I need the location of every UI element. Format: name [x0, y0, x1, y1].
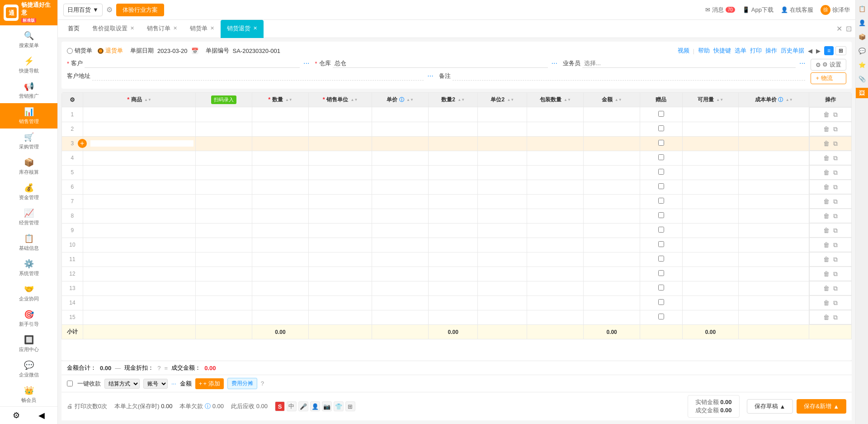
row-amount-cell[interactable] — [584, 136, 640, 151]
row-quantity-cell[interactable] — [252, 252, 309, 267]
row-product-cell[interactable] — [83, 151, 196, 165]
row-available-cell[interactable] — [682, 136, 739, 151]
sidebar-item-newbie[interactable]: 🎯 新手引导 — [0, 306, 57, 331]
sidebar-item-sales[interactable]: 📊 销售管理 — [0, 103, 57, 129]
industry-selector[interactable]: 日用百货 ▼ — [63, 4, 103, 16]
row-product-cell[interactable] — [83, 295, 196, 310]
row-product-cell[interactable] — [83, 252, 196, 267]
delete-row-btn[interactable]: 🗑 — [822, 284, 830, 293]
row-amount-cell[interactable] — [584, 281, 640, 295]
row-amount-cell[interactable] — [584, 151, 640, 165]
row-quantity-cell[interactable] — [252, 165, 309, 180]
row-price-cell[interactable] — [372, 180, 429, 194]
row-pack-qty-cell[interactable] — [527, 180, 584, 194]
row-unit-cell[interactable] — [308, 107, 372, 122]
row-cost-price-cell[interactable] — [739, 194, 809, 209]
row-quantity-cell[interactable] — [252, 281, 309, 295]
help-icon-discount[interactable]: ? — [157, 365, 160, 372]
row-price-cell[interactable] — [372, 122, 429, 136]
row-available-cell[interactable] — [682, 122, 739, 136]
row-unit-cell[interactable] — [308, 295, 372, 310]
row-unit2-cell[interactable] — [478, 136, 527, 151]
row-unit2-cell[interactable] — [478, 252, 527, 267]
row-unit-cell[interactable] — [308, 194, 372, 209]
radio-return-input[interactable] — [98, 48, 104, 54]
row-amount-cell[interactable] — [584, 252, 640, 267]
row-gift-cell[interactable] — [640, 122, 683, 136]
row-product-cell[interactable] — [83, 209, 196, 223]
gift-checkbox[interactable] — [658, 227, 664, 233]
row-price-cell[interactable] — [372, 165, 429, 180]
row-price-cell[interactable] — [372, 267, 429, 281]
row-pack-qty-cell[interactable] — [527, 310, 584, 325]
customer-picker-icon[interactable]: ··· — [303, 59, 309, 67]
row-gift-cell[interactable] — [640, 180, 683, 194]
sidebar-item-quick-nav[interactable]: ⚡ 快捷导航 — [0, 52, 57, 78]
row-cost-price-cell[interactable] — [739, 223, 809, 238]
gift-checkbox[interactable] — [658, 140, 664, 146]
row-product-cell[interactable] — [83, 194, 196, 209]
row-gift-cell[interactable] — [640, 136, 683, 151]
warehouse-input[interactable] — [333, 59, 548, 68]
row-quantity-cell[interactable] — [252, 136, 309, 151]
row-unit2-cell[interactable] — [478, 180, 527, 194]
row-product-cell[interactable]: + — [83, 136, 196, 151]
fee-split-btn[interactable]: 费用分摊 — [227, 378, 257, 389]
sidebar-item-basic[interactable]: 📋 基础信息 — [0, 230, 57, 255]
copy-row-btn[interactable]: ⧉ — [832, 197, 839, 206]
gift-checkbox[interactable] — [658, 299, 664, 305]
row-price-cell[interactable] — [372, 310, 429, 325]
row-amount-cell[interactable] — [584, 310, 640, 325]
row-unit2-cell[interactable] — [478, 122, 527, 136]
row-cost-price-cell[interactable] — [739, 238, 809, 252]
row-pack-qty-cell[interactable] — [527, 281, 584, 295]
row-cost-price-cell[interactable] — [739, 252, 809, 267]
gift-checkbox[interactable] — [658, 212, 664, 218]
copy-row-btn[interactable]: ⧉ — [832, 313, 839, 322]
row-unit-cell[interactable] — [308, 252, 372, 267]
delete-row-btn[interactable]: 🗑 — [822, 211, 830, 220]
copy-row-btn[interactable]: ⧉ — [832, 226, 839, 235]
prev-doc-icon[interactable]: ◀ — [808, 48, 812, 54]
user-profile[interactable]: 徐 徐泽华 — [821, 5, 850, 15]
row-qty2-cell[interactable] — [429, 180, 478, 194]
camera-icon-btn[interactable]: 📷 — [322, 401, 332, 411]
row-unit-cell[interactable] — [308, 136, 372, 151]
row-gift-cell[interactable] — [640, 267, 683, 281]
gift-checkbox[interactable] — [658, 241, 664, 247]
row-available-cell[interactable] — [682, 223, 739, 238]
gift-checkbox[interactable] — [658, 256, 664, 262]
rp-icon-4[interactable]: 💬 — [857, 46, 868, 56]
delete-row-btn[interactable]: 🗑 — [822, 313, 830, 322]
row-cost-price-cell[interactable] — [739, 122, 809, 136]
row-amount-cell[interactable] — [584, 238, 640, 252]
row-available-cell[interactable] — [682, 267, 739, 281]
row-unit2-cell[interactable] — [478, 107, 527, 122]
row-product-cell[interactable] — [83, 107, 196, 122]
shortcut-link[interactable]: 快捷键 — [713, 47, 731, 55]
copy-row-btn[interactable]: ⧉ — [832, 269, 839, 279]
account-dots[interactable]: ··· — [171, 380, 176, 387]
row-qty2-cell[interactable] — [429, 194, 478, 209]
row-amount-cell[interactable] — [584, 194, 640, 209]
row-cost-price-cell[interactable] — [739, 267, 809, 281]
row-qty2-cell[interactable] — [429, 107, 478, 122]
row-qty2-cell[interactable] — [429, 136, 478, 151]
staff-picker-icon[interactable]: ··· — [799, 59, 805, 67]
row-pack-qty-cell[interactable] — [527, 122, 584, 136]
row-gift-cell[interactable] — [640, 295, 683, 310]
copy-row-btn[interactable]: ⧉ — [832, 168, 839, 177]
row-gift-cell[interactable] — [640, 151, 683, 165]
online-service-btn[interactable]: 👤 在线客服 — [781, 6, 813, 14]
copy-row-btn[interactable]: ⧉ — [832, 153, 839, 163]
th-gear[interactable]: ⚙ — [62, 93, 83, 107]
row-qty2-cell[interactable] — [429, 310, 478, 325]
delete-row-btn[interactable]: 🗑 — [822, 139, 830, 148]
copy-row-btn[interactable]: ⧉ — [832, 110, 839, 119]
gift-checkbox[interactable] — [658, 183, 664, 189]
row-pack-qty-cell[interactable] — [527, 252, 584, 267]
row-price-cell[interactable] — [372, 281, 429, 295]
delete-row-btn[interactable]: 🗑 — [822, 168, 830, 177]
rp-icon-5[interactable]: ⭐ — [857, 60, 868, 70]
close-all-tabs-icon[interactable]: ✕ — [836, 24, 842, 33]
